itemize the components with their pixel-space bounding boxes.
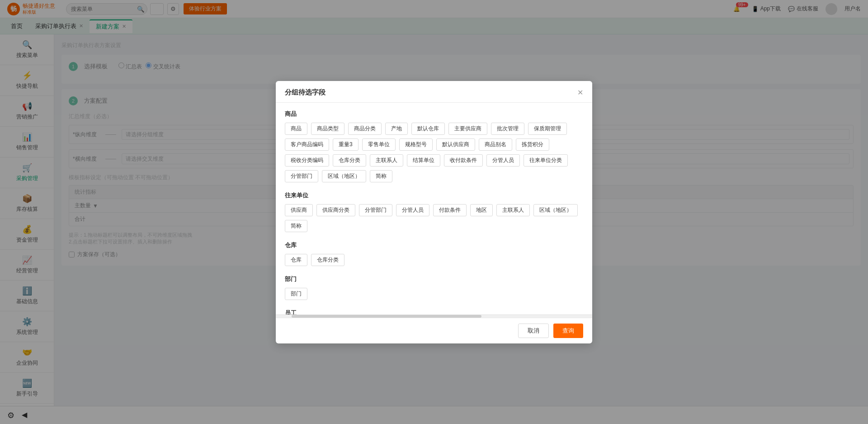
field-main-supplier[interactable]: 主要供应商 bbox=[448, 123, 487, 135]
section-partner: 往来单位 供应商 供应商分类 分管部门 分管人员 付款条件 地区 主联系人 区域… bbox=[285, 191, 583, 232]
section-partner-title: 往来单位 bbox=[285, 191, 583, 200]
modal-horizontal-scrollbar[interactable] bbox=[276, 314, 592, 318]
section-warehouse-title: 仓库 bbox=[285, 241, 583, 249]
field-main-contact[interactable]: 主联系人 bbox=[370, 154, 403, 167]
section-employee-title: 员工 bbox=[285, 309, 583, 314]
section-product-fields: 商品 商品类型 商品分类 产地 默认仓库 主要供应商 批次管理 保质期管理 客户… bbox=[285, 123, 583, 182]
field-product-type[interactable]: 商品类型 bbox=[311, 123, 344, 135]
field-product-alias[interactable]: 商品别名 bbox=[479, 138, 512, 151]
field-supervisor[interactable]: 分管人员 bbox=[486, 154, 520, 167]
field-warehouse-category[interactable]: 仓库分类 bbox=[333, 154, 366, 167]
section-warehouse-fields: 仓库 仓库分类 bbox=[285, 254, 583, 266]
field-tax-code[interactable]: 税收分类编码 bbox=[285, 154, 329, 167]
field-region-partner[interactable]: 地区 bbox=[470, 204, 493, 216]
cancel-button[interactable]: 取消 bbox=[518, 324, 549, 338]
section-product-title: 商品 bbox=[285, 110, 583, 118]
field-dept[interactable]: 部门 bbox=[285, 288, 307, 300]
section-dept-title: 部门 bbox=[285, 275, 583, 283]
modal-hscroll-thumb bbox=[292, 315, 481, 318]
field-settlement-unit[interactable]: 结算单位 bbox=[407, 154, 440, 167]
confirm-button[interactable]: 查询 bbox=[553, 324, 583, 338]
field-payment-cond[interactable]: 付款条件 bbox=[433, 204, 467, 216]
field-region-product[interactable]: 区域（地区） bbox=[322, 170, 366, 182]
field-payment-terms[interactable]: 收付款条件 bbox=[444, 154, 483, 167]
field-abbrev-product[interactable]: 简称 bbox=[370, 170, 392, 182]
field-spec-model[interactable]: 规格型号 bbox=[399, 138, 433, 151]
field-abbrev-partner[interactable]: 简称 bbox=[285, 220, 307, 232]
field-partner-category[interactable]: 往来单位分类 bbox=[524, 154, 568, 167]
modal-footer: 取消 查询 bbox=[276, 318, 592, 343]
field-origin[interactable]: 产地 bbox=[385, 123, 408, 135]
field-main-contact-partner[interactable]: 主联系人 bbox=[496, 204, 530, 216]
section-partner-fields: 供应商 供应商分类 分管部门 分管人员 付款条件 地区 主联系人 区域（地区） … bbox=[285, 204, 583, 232]
field-default-supplier[interactable]: 默认供应商 bbox=[436, 138, 475, 151]
field-expiry-mgmt[interactable]: 保质期管理 bbox=[528, 123, 567, 135]
section-product: 商品 商品 商品类型 商品分类 产地 默认仓库 主要供应商 批次管理 保质期管理… bbox=[285, 110, 583, 182]
field-weight3[interactable]: 重量3 bbox=[333, 138, 359, 151]
field-customer-sku[interactable]: 客户商品编码 bbox=[285, 138, 329, 151]
field-supplier[interactable]: 供应商 bbox=[285, 204, 313, 216]
field-supplier-category[interactable]: 供应商分类 bbox=[316, 204, 355, 216]
field-warehouse[interactable]: 仓库 bbox=[285, 254, 307, 266]
field-product-category[interactable]: 商品分类 bbox=[348, 123, 382, 135]
modal-overlay: 分组待选字段 ✕ 商品 商品 商品类型 商品分类 产地 默认仓库 主要供应商 批… bbox=[0, 0, 868, 424]
field-dept-in-charge[interactable]: 分管部门 bbox=[285, 170, 318, 182]
field-selection-modal: 分组待选字段 ✕ 商品 商品 商品类型 商品分类 产地 默认仓库 主要供应商 批… bbox=[276, 81, 592, 343]
field-supervisor-partner[interactable]: 分管人员 bbox=[396, 204, 429, 216]
field-product[interactable]: 商品 bbox=[285, 123, 307, 135]
field-warehouse-cat[interactable]: 仓库分类 bbox=[311, 254, 344, 266]
section-employee: 员工 业务员 bbox=[285, 309, 583, 314]
modal-title: 分组待选字段 bbox=[285, 88, 326, 97]
modal-close-button[interactable]: ✕ bbox=[577, 88, 583, 97]
field-area-partner[interactable]: 区域（地区） bbox=[533, 204, 578, 216]
section-warehouse: 仓库 仓库 仓库分类 bbox=[285, 241, 583, 266]
modal-header: 分组待选字段 ✕ bbox=[276, 81, 592, 103]
field-retail-unit[interactable]: 零售单位 bbox=[362, 138, 396, 151]
field-pick-points[interactable]: 拣货积分 bbox=[516, 138, 549, 151]
field-dept-partner[interactable]: 分管部门 bbox=[359, 204, 392, 216]
modal-body: 商品 商品 商品类型 商品分类 产地 默认仓库 主要供应商 批次管理 保质期管理… bbox=[276, 103, 592, 314]
section-dept-fields: 部门 bbox=[285, 288, 583, 300]
field-batch-mgmt[interactable]: 批次管理 bbox=[491, 123, 524, 135]
section-dept: 部门 部门 bbox=[285, 275, 583, 300]
field-default-warehouse[interactable]: 默认仓库 bbox=[411, 123, 445, 135]
